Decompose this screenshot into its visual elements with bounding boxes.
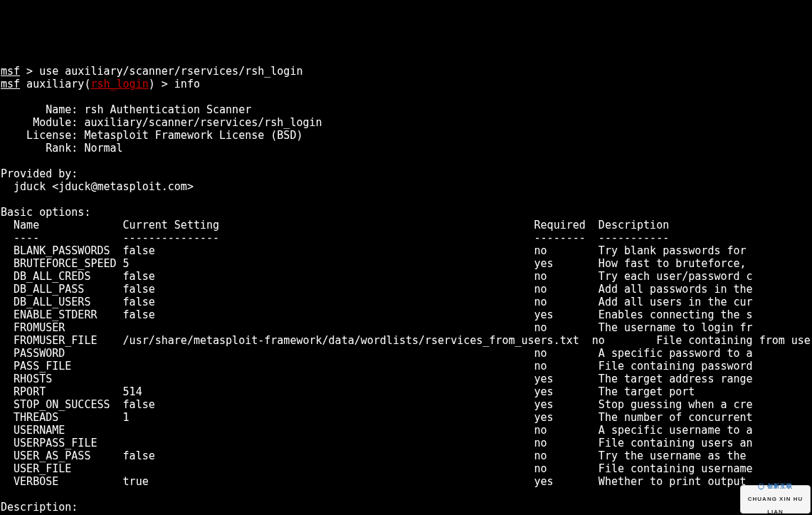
option-row: RPORT 514 yes The target port bbox=[1, 385, 695, 398]
module-name: rsh_login bbox=[90, 78, 148, 90]
msf-prompt: msf bbox=[1, 78, 20, 90]
options-table-divider: ---- --------------- -------- ----------… bbox=[1, 232, 669, 244]
prompt-line-2: msf auxiliary(rsh_login) > info bbox=[1, 78, 200, 90]
provided-by-header: Provided by: bbox=[1, 167, 78, 180]
watermark-logo: ◯ 创新互联 CHUANG XIN HU LIAN bbox=[740, 485, 811, 514]
option-row: PASS_FILE no File containing password bbox=[1, 360, 753, 373]
prompt-symbol: > bbox=[20, 65, 39, 78]
option-row: DB_ALL_USERS false no Add all users in t… bbox=[1, 296, 753, 308]
option-row: STOP_ON_SUCCESS false yes Stop guessing … bbox=[1, 398, 753, 411]
logo-text-top: ◯ 创新互联 bbox=[741, 480, 810, 493]
command-text: info bbox=[174, 78, 200, 90]
terminal-output: msf > use auxiliary/scanner/rservices/rs… bbox=[0, 64, 812, 515]
basic-options-header: Basic options: bbox=[1, 206, 90, 219]
info-license: License: Metasploit Framework License (B… bbox=[1, 129, 302, 142]
command-text: use auxiliary/scanner/rservices/rsh_logi… bbox=[39, 65, 302, 78]
option-row: BRUTEFORCE_SPEED 5 yes How fast to brute… bbox=[1, 257, 753, 270]
logo-text-bottom: CHUANG XIN HU LIAN bbox=[741, 493, 810, 515]
option-row: DB_ALL_CREDS false no Try each user/pass… bbox=[1, 270, 753, 283]
option-row: FROMUSER no The username to login fr bbox=[1, 321, 753, 334]
options-table-header: Name Current Setting Required Descriptio… bbox=[1, 219, 669, 232]
option-row: PASSWORD no A specific password to a bbox=[1, 347, 753, 360]
prompt-line-1: msf > use auxiliary/scanner/rservices/rs… bbox=[1, 65, 302, 78]
msf-prompt: msf bbox=[1, 65, 20, 78]
option-row: RHOSTS yes The target address range bbox=[1, 373, 753, 385]
option-row: USERPASS_FILE no File containing users a… bbox=[1, 437, 753, 449]
description-header: Description: bbox=[1, 501, 78, 514]
option-row: THREADS 1 yes The number of concurrent bbox=[1, 411, 753, 424]
option-row: USER_FILE no File containing username bbox=[1, 462, 753, 475]
option-row: USERNAME no A specific username to a bbox=[1, 424, 753, 437]
provided-by-value: jduck <jduck@metasploit.com> bbox=[1, 180, 194, 193]
option-row: ENABLE_STDERR false yes Enables connecti… bbox=[1, 308, 753, 321]
option-row: USER_AS_PASS false no Try the username a… bbox=[1, 449, 753, 462]
aux-prefix: auxiliary( bbox=[20, 78, 90, 90]
aux-suffix: ) > bbox=[149, 78, 174, 90]
option-row: VERBOSE true yes Whether to print output bbox=[1, 475, 753, 488]
info-name: Name: rsh Authentication Scanner bbox=[1, 103, 251, 116]
info-rank: Rank: Normal bbox=[1, 142, 123, 155]
info-module: Module: auxiliary/scanner/rservices/rsh_… bbox=[1, 116, 322, 129]
option-row: DB_ALL_PASS false no Add all passwords i… bbox=[1, 283, 753, 296]
option-row: FROMUSER_FILE /usr/share/metasploit-fram… bbox=[1, 334, 811, 347]
option-row: BLANK_PASSWORDS false no Try blank passw… bbox=[1, 244, 753, 257]
